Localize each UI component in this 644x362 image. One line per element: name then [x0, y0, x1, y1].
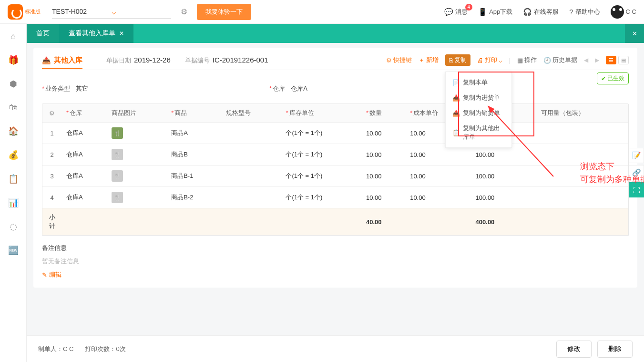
dd-label-4: 复制为其他出库单	[463, 124, 505, 141]
org-name: TEST-H002	[52, 8, 112, 15]
app-download-button[interactable]: 📱 App下载	[478, 8, 512, 16]
dropdown-copy-sales[interactable]: 📤复制为销货单	[446, 105, 511, 121]
doc-icon: 📄	[452, 79, 460, 86]
view-card-toggle[interactable]: ▤	[618, 56, 629, 64]
print-button[interactable]: 🖨打印⌵	[477, 56, 502, 64]
copy-dropdown: 📄复制本单 📥复制为进货单 📤复制为销货单 📋复制为其他出库单	[445, 72, 512, 148]
modify-button[interactable]: 修改	[556, 341, 592, 358]
date-value: 2019-12-26	[134, 56, 171, 64]
phone-icon: 📱	[478, 8, 487, 16]
col-spec: 规格型号	[221, 104, 281, 123]
subtotal-row: 小计40.00400.00	[42, 208, 628, 236]
sidebar-home-icon[interactable]: ⌂	[10, 31, 16, 41]
tab-active-label: 查看其他入库单	[69, 29, 115, 38]
edit-label: 编辑	[49, 270, 61, 279]
tab-home-label: 首页	[36, 29, 50, 38]
col-avail: 可用量（包装）	[536, 104, 628, 123]
table-row[interactable]: 1仓库A🍴商品A个(1个 = 1个)10.0010.00100.00	[42, 123, 628, 144]
col-image: 商品图片	[107, 104, 166, 123]
table-row[interactable]: 4仓库A🍴商品B-2个(1个 = 1个)10.0010.00100.00	[42, 187, 628, 208]
dropdown-copy-self[interactable]: 📄复制本单	[446, 75, 511, 90]
doc-type-tab[interactable]: 📥 其他入库	[42, 56, 82, 69]
next-arrow-icon[interactable]: ▶	[595, 57, 599, 63]
copy-label: 复制	[454, 56, 467, 64]
plus-icon: ＋	[419, 56, 425, 64]
grid-icon: ▦	[517, 57, 523, 64]
sidebar-gift-icon[interactable]: 🎁	[8, 55, 19, 65]
service-label: 在线客服	[534, 8, 559, 16]
gear-icon: ⚙	[386, 57, 392, 64]
col-qty: *数量	[361, 104, 405, 123]
operations-button[interactable]: ▦操作	[517, 56, 537, 64]
shortcut-button[interactable]: ⚙快捷键	[386, 56, 412, 64]
sidebar-new-icon[interactable]: 🆕	[8, 245, 19, 256]
delete-button[interactable]: 删除	[597, 341, 633, 358]
help-label: 帮助中心	[575, 8, 600, 16]
headset-icon: 🎧	[523, 8, 532, 16]
tab-close-icon[interactable]: ✕	[119, 30, 124, 37]
print-count: 打印次数：0次	[85, 345, 125, 353]
avatar-icon	[611, 5, 624, 19]
doc-icon: 📥	[42, 56, 51, 65]
col-warehouse: *仓库	[61, 104, 107, 123]
doc-icon: 📥	[452, 94, 460, 102]
chevron-down-icon: ⌵	[112, 7, 171, 16]
prev-arrow-icon[interactable]: ◀	[584, 57, 588, 63]
edit-remark-button[interactable]: ✎编辑	[42, 270, 629, 279]
view-list-toggle[interactable]: ☰	[606, 56, 616, 64]
dropdown-copy-purchase[interactable]: 📥复制为进货单	[446, 90, 511, 105]
table-row[interactable]: 2仓库A🍴商品B个(1个 = 1个)10.0010.00100.00	[42, 144, 628, 165]
app-label: App下载	[489, 8, 512, 16]
sidebar-report-icon[interactable]: 📊	[8, 197, 19, 208]
org-selector[interactable]: TEST-H002 ⌵	[52, 5, 171, 19]
copy-icon: ⎘	[449, 57, 453, 64]
items-table: ⚙ *仓库 商品图片 *商品 规格型号 *库存单位 *数量 *成本单价 *成本金…	[42, 104, 628, 236]
dd-label-3: 复制为销货单	[463, 109, 500, 117]
help-button[interactable]: ? 帮助中心	[569, 8, 600, 16]
doc-icon: 📋	[452, 129, 460, 136]
page-close-button[interactable]: ✕	[625, 24, 644, 43]
biz-type-value: 其它	[76, 84, 88, 93]
sidebar-store-icon[interactable]: ⬢	[10, 79, 17, 89]
dropdown-copy-outbound[interactable]: 📋复制为其他出库单	[446, 121, 511, 145]
tab-view-other-inbound[interactable]: 查看其他入库单 ✕	[59, 24, 133, 43]
sidebar-loading-icon[interactable]: ◌	[10, 221, 17, 232]
messages-button[interactable]: 💬 消息 4	[444, 8, 468, 16]
doc-icon: 📤	[452, 110, 460, 117]
history-icon: 🕘	[543, 57, 551, 64]
docno-label: 单据编号	[185, 57, 210, 64]
tab-home[interactable]: 首页	[27, 24, 59, 43]
sidebar-clipboard-icon[interactable]: 📋	[8, 174, 19, 184]
user-menu[interactable]: C C	[611, 5, 636, 19]
status-badge: ✔已生效	[597, 72, 629, 84]
message-icon: 💬	[444, 8, 453, 16]
dd-label-1: 复制本单	[463, 78, 488, 87]
edit-icon: ✎	[42, 271, 47, 279]
sidebar-warehouse-icon[interactable]: 🏠	[8, 126, 19, 136]
docno-value: IC-20191226-001	[213, 56, 268, 64]
gear-icon[interactable]: ⚙	[49, 110, 55, 117]
print-icon: 🖨	[477, 57, 483, 64]
maker-info: 制单人：C C	[38, 345, 73, 353]
settings-icon[interactable]: ⚙	[181, 7, 187, 16]
dd-label-2: 复制为进货单	[463, 93, 500, 102]
table-row[interactable]: 3仓库A🍴商品B-1个(1个 = 1个)10.0010.00100.00	[42, 165, 628, 187]
service-button[interactable]: 🎧 在线客服	[523, 8, 559, 16]
history-button[interactable]: 🕘历史单据	[543, 56, 577, 64]
check-icon: ✔	[601, 75, 606, 82]
doc-type-label: 其他入库	[54, 56, 82, 65]
try-button[interactable]: 我要体验一下	[197, 4, 251, 20]
copy-button[interactable]: ⎘复制	[445, 54, 470, 66]
print-label: 打印	[485, 56, 497, 64]
chevron-down-icon: ⌵	[499, 57, 502, 64]
warehouse-value: 仓库A	[291, 84, 307, 93]
sidebar-money-icon[interactable]: 💰	[8, 150, 19, 160]
shortcut-label: 快捷键	[393, 56, 412, 64]
sidebar-bag-icon[interactable]: 🛍	[9, 103, 18, 113]
user-name: C C	[626, 8, 636, 15]
messages-badge: 4	[465, 4, 473, 10]
new-button[interactable]: ＋新增	[419, 56, 439, 64]
ops-label: 操作	[524, 56, 537, 64]
annotation-text: 浏览态下 可复制为多种单据	[580, 160, 644, 186]
logo-icon	[8, 4, 23, 20]
